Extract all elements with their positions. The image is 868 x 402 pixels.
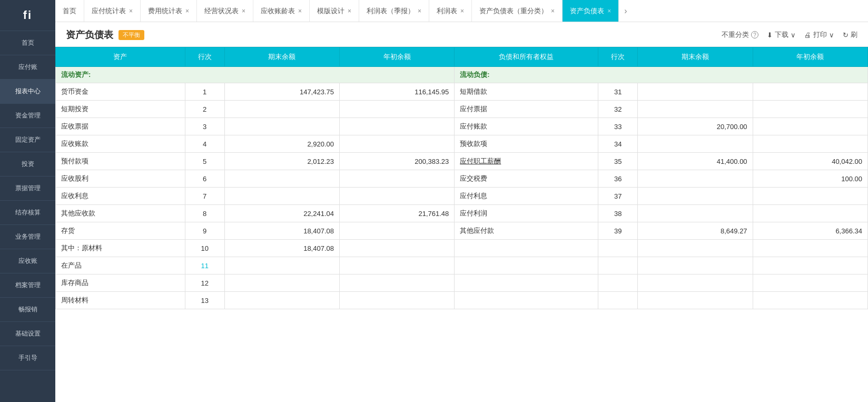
sidebar-item-archive[interactable]: 档案管理 [0, 273, 55, 298]
sidebar-item-report[interactable]: 报表中心 [0, 80, 55, 104]
left-period: 2,920.00 [224, 135, 339, 153]
sidebar-item-settings[interactable]: 基础设置 [0, 322, 55, 346]
left-period [224, 101, 339, 118]
sidebar-item-fixed[interactable]: 固定资产 [0, 128, 55, 152]
tab-template-close[interactable]: × [348, 7, 351, 15]
tab-receivable-age-close[interactable]: × [298, 7, 302, 15]
th-year-start: 年初余额 [340, 47, 455, 67]
sidebar-item-guide[interactable]: 手引导 [0, 346, 55, 370]
sidebar-item-business[interactable]: 业务管理 [0, 225, 55, 249]
right-row: 32 [598, 101, 638, 118]
right-period [638, 101, 753, 118]
tab-receivable-age[interactable]: 应收账龄表 × [253, 0, 310, 22]
left-year [340, 257, 455, 274]
tab-operation-close[interactable]: × [242, 7, 245, 15]
print-btn[interactable]: 🖨 打印 ∨ [804, 30, 834, 40]
th-period-end: 期末余额 [224, 47, 339, 67]
sidebar-item-invest[interactable]: 投资 [0, 152, 55, 177]
left-period: 22,241.04 [224, 205, 339, 222]
print-icon: 🖨 [804, 31, 811, 39]
print-label: 打印 [813, 30, 827, 40]
refresh-label: 刷 [851, 30, 857, 40]
left-year: 21,761.48 [340, 205, 455, 222]
tab-payable-stat-label: 应付统计表 [92, 6, 126, 16]
right-name: 短期借款 [455, 83, 598, 101]
tab-expense-stat-close[interactable]: × [185, 7, 189, 15]
right-year [753, 240, 867, 257]
left-year [340, 274, 455, 292]
tab-receivable-age-label: 应收账龄表 [261, 6, 295, 16]
tab-profit-quarter[interactable]: 利润表（季报） × [359, 0, 429, 22]
download-chevron-icon: ∨ [791, 31, 796, 39]
info-icon[interactable]: ? [751, 31, 758, 38]
left-name: 周转材料 [56, 292, 185, 309]
right-year [753, 257, 867, 274]
tab-profit-quarter-close[interactable]: × [418, 7, 421, 15]
th-row-num: 行次 [185, 47, 224, 67]
table-row: 应收票据 3 应付账款 33 20,700.00 [56, 118, 868, 135]
sidebar-item-payable[interactable]: 应付账 [0, 55, 55, 80]
right-period [638, 292, 753, 309]
tab-home[interactable]: 首页 [55, 0, 84, 22]
left-year [340, 240, 455, 257]
tab-profit-close[interactable]: × [460, 7, 464, 15]
left-row: 5 [185, 153, 224, 170]
right-period [638, 205, 753, 222]
right-period: 8,649.27 [638, 222, 753, 240]
right-name: 应交税费 [455, 170, 598, 188]
sidebar-item-fund[interactable]: 资金管理 [0, 104, 55, 128]
sidebar-item-home[interactable]: 首页 [0, 31, 55, 55]
tab-balance-label: 资产负债表 [570, 6, 604, 16]
download-btn[interactable]: ⬇ 下载 ∨ [767, 30, 796, 40]
reclassify-label: 不重分类 [722, 30, 749, 40]
refresh-btn[interactable]: ↻ 刷 [843, 30, 857, 40]
left-name: 存货 [56, 222, 185, 240]
left-year: 200,383.23 [340, 153, 455, 170]
tab-bar: 首页 应付统计表 × 费用统计表 × 经营状况表 × 应收账龄表 × 模版设计 … [55, 0, 868, 22]
tab-balance[interactable]: 资产负债表 × [563, 0, 619, 22]
tab-balance-reclassify[interactable]: 资产负债表（重分类） × [472, 0, 563, 22]
reclassify-btn[interactable]: 不重分类 ? [722, 30, 758, 40]
left-name: 应收账款 [56, 135, 185, 153]
right-year [753, 135, 867, 153]
left-name: 库存商品 [56, 274, 185, 292]
sidebar-item-receivable[interactable]: 应收账 [0, 249, 55, 273]
tab-balance-reclassify-close[interactable]: × [551, 7, 555, 15]
table-row: 其他应收款 8 22,241.04 21,761.48 应付利润 38 [56, 205, 868, 222]
left-year [340, 292, 455, 309]
left-name: 其中：原材料 [56, 240, 185, 257]
tab-template[interactable]: 模版设计 × [310, 0, 359, 22]
right-row: 31 [598, 83, 638, 101]
tab-nav-arrow[interactable]: › [619, 6, 632, 16]
right-period [638, 188, 753, 205]
th-row-num2: 行次 [598, 47, 638, 67]
tab-payable-stat-close[interactable]: × [129, 7, 133, 15]
right-row [598, 292, 638, 309]
right-year: 6,366.34 [753, 222, 867, 240]
right-row: 39 [598, 222, 638, 240]
toolbar-right: 不重分类 ? ⬇ 下载 ∨ 🖨 打印 ∨ ↻ 刷 [722, 30, 857, 40]
tab-balance-close[interactable]: × [607, 7, 611, 15]
tab-profit[interactable]: 利润表 × [429, 0, 472, 22]
sidebar-item-bill[interactable]: 票据管理 [0, 177, 55, 201]
right-name: 应付利润 [455, 205, 598, 222]
tab-expense-stat-label: 费用统计表 [148, 6, 182, 16]
left-name: 其他应收款 [56, 205, 185, 222]
right-name: 应付利息 [455, 188, 598, 205]
content-area: 资产负债表 不平衡 不重分类 ? ⬇ 下载 ∨ 🖨 打印 ∨ [55, 22, 868, 402]
tab-operation[interactable]: 经营状况表 × [197, 0, 253, 22]
sidebar-item-stock[interactable]: 结存核算 [0, 201, 55, 225]
left-period [224, 292, 339, 309]
download-label: 下载 [775, 30, 788, 40]
tab-expense-stat[interactable]: 费用统计表 × [141, 0, 197, 22]
sidebar-item-expense[interactable]: 畅报销 [0, 298, 55, 322]
left-row: 8 [185, 205, 224, 222]
table-row: 库存商品 12 [56, 274, 868, 292]
main-area: 首页 应付统计表 × 费用统计表 × 经营状况表 × 应收账龄表 × 模版设计 … [55, 0, 868, 402]
left-year [340, 188, 455, 205]
left-period [224, 118, 339, 135]
right-year: 40,042.00 [753, 153, 867, 170]
left-row: 6 [185, 170, 224, 188]
refresh-icon: ↻ [843, 31, 849, 39]
tab-payable-stat[interactable]: 应付统计表 × [84, 0, 141, 22]
